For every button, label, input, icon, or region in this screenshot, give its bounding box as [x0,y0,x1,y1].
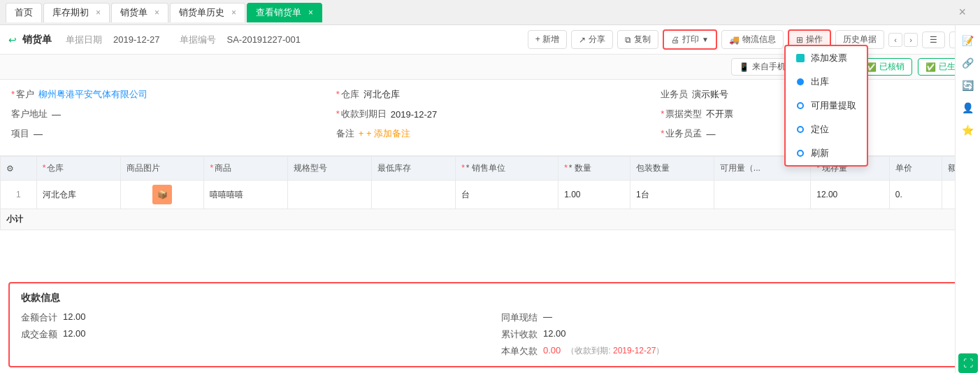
doc-title: 销货单 [22,34,52,46]
customer-label: 客户 [11,88,34,101]
col-min-stock: 最低库存 [372,157,456,181]
new-button[interactable]: + 新增 [528,30,567,49]
row-pack-qty: 1台 [630,181,714,209]
tab-view-sales-close[interactable]: × [308,8,313,17]
warehouse-label: 仓库 [336,88,359,101]
square-icon [796,54,805,62]
logistics-label: 物流信息 [742,34,776,45]
refresh-label: 刷新 [811,147,829,160]
project-field: 项目 — [11,127,319,140]
sidebar-star-icon[interactable]: ⭐ [958,120,978,140]
table-row: 1 河北仓库 📦 嘻嘻嘻嘻 台 1.00 1台 12.00 0. [1,181,980,209]
doc-meta: 单据日期 2019-12-27 单据编号 SA-20191227-001 [66,34,522,46]
same-order-item: 同单现结 — [501,311,959,324]
sidebar-user-icon[interactable]: 👤 [958,98,978,118]
window-close-button[interactable]: × [950,5,974,20]
col-pack-qty: 包装数量 [630,157,714,181]
same-order-value: — [543,311,552,324]
sidebar-link-icon[interactable]: 🔗 [958,53,978,73]
customer-value[interactable]: 柳州粤港平安气体有限公司 [38,88,147,101]
deal-amount-item: 成交金额 12.00 [21,328,479,341]
row-num: 1 [1,181,37,209]
add-invoice-item[interactable]: 添加发票 [786,46,867,70]
deal-amount-label: 成交金额 [21,328,57,341]
row-price: 0. [889,181,942,209]
list-view-button[interactable]: ☰ [922,31,945,48]
number-label: 单据编号 [180,34,216,46]
tab-sales-history[interactable]: 销货单历史 × [170,3,245,22]
print-icon: 🖨 [671,35,679,45]
refresh-item[interactable]: 刷新 [786,141,867,165]
add-invoice-label: 添加发票 [811,52,847,64]
print-button[interactable]: 🖨 打印 ▼ [663,29,717,50]
tab-view-sales[interactable]: 查看销货单 × [247,3,322,22]
subtotal-label: 小计 [1,209,980,230]
cumulative-label: 累计收款 [501,328,538,341]
right-sidebar: 📝 🔗 🔄 👤 ⭐ ⛶ [955,25,980,373]
project-label: 项目 [11,127,29,140]
tab-sales-close[interactable]: × [154,8,159,17]
tab-sales-history-close[interactable]: × [231,8,236,17]
row-available [714,181,810,209]
salesperson-label: 业务员孟 [661,127,702,140]
col-spec: 规格型号 [288,157,372,181]
next-arrow[interactable]: › [904,33,918,47]
address-value: — [52,109,61,120]
outbound-item[interactable]: 出库 [786,70,867,94]
cumulative-value: 12.00 [543,328,566,341]
sidebar-edit-icon[interactable]: 📝 [958,31,978,50]
locate-label: 定位 [811,123,829,136]
locate-icon [795,125,805,134]
locate-item[interactable]: 定位 [786,118,867,141]
verified-label: 已核销 [879,61,905,73]
summary-area: 收款信息 金额合计 12.00 同单现结 — 成交金额 12.00 累计收款 1… [8,282,972,367]
tab-home-label: 首页 [15,6,33,19]
copy-button[interactable]: ⧉ 复制 [617,30,658,49]
share-icon: ↗ [579,35,586,45]
blue-circle-icon [797,78,804,85]
sidebar-expand-icon[interactable]: ⛶ [958,353,978,373]
total-value: 12.00 [63,311,86,324]
remark-add[interactable]: + + 添加备注 [359,127,410,140]
owe-value: 0.00 [543,345,561,358]
number-value: SA-20191227-001 [227,34,301,45]
tab-inventory-close[interactable]: × [96,8,101,17]
col-price: 单价 [889,157,942,181]
same-order-label: 同单现结 [501,311,538,324]
nav-arrows: ‹ › [888,33,918,47]
available-extract-label: 可用量提取 [811,99,856,112]
copy-label: 复制 [634,34,651,45]
copy-icon: ⧉ [625,35,631,45]
logistics-icon: 🚚 [729,35,740,45]
available-extract-item[interactable]: 可用量提取 [786,94,867,118]
tab-inventory[interactable]: 库存期初 × [43,3,110,22]
tab-sales-history-label: 销货单历史 [179,6,224,19]
col-warehouse: 仓库 [36,157,120,181]
mobile-label: 来自手机 [752,61,786,73]
summary-grid: 金额合计 12.00 同单现结 — 成交金额 12.00 累计收款 12.00 … [21,311,959,358]
summary-title: 收款信息 [21,292,959,304]
logistics-button[interactable]: 🚚 物流信息 [721,30,784,49]
due-date-label: 收款到期日 [336,108,387,120]
warehouse-value: 河北仓库 [363,88,400,101]
row-min-stock [372,181,456,209]
circle-outline-icon-1 [797,102,804,109]
sidebar-refresh-icon[interactable]: 🔄 [958,76,978,95]
tab-home[interactable]: 首页 [6,3,42,22]
prev-arrow[interactable]: ‹ [888,33,902,47]
address-field: 客户地址 — [11,108,319,120]
share-button[interactable]: ↗ 分享 [571,30,613,49]
outbound-icon [795,77,805,87]
refresh-menu-icon [795,148,805,158]
tab-sales[interactable]: 销货单 × [111,3,168,22]
address-label: 客户地址 [11,108,48,120]
effective-icon: ✅ [925,62,936,72]
customer-field: 客户 柳州粤港平安气体有限公司 [11,88,319,101]
date-label: 单据日期 [66,34,102,46]
col-settings[interactable]: ⚙ [1,157,37,181]
row-warehouse: 河北仓库 [36,181,120,209]
tab-bar: 首页 库存期初 × 销货单 × 销货单历史 × 查看销货单 × × [0,0,980,25]
add-invoice-icon [795,53,805,63]
row-current-stock: 12.00 [811,181,890,209]
operate-grid-icon: ⊞ [796,35,803,45]
